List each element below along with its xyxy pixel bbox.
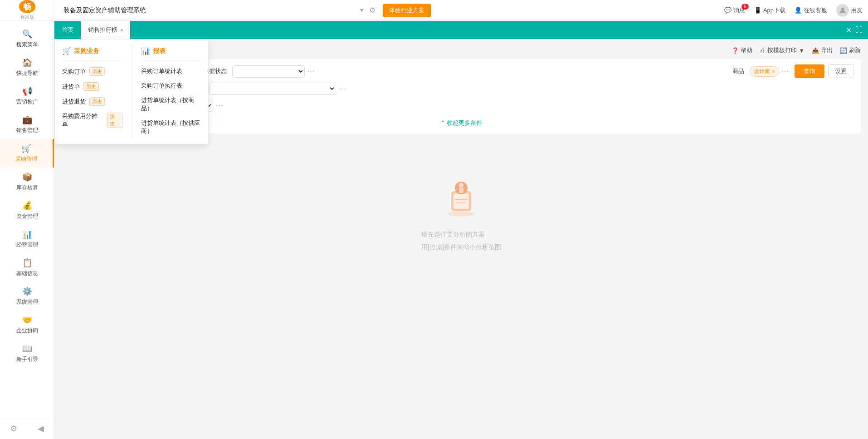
tab-sales-rank[interactable]: 销售排行榜 ×	[81, 21, 130, 39]
expense-hist[interactable]: 历史	[107, 113, 122, 128]
sidebar-item-quicknav[interactable]: 🏠 快捷导航	[0, 53, 54, 82]
help-icon: ❓	[731, 47, 739, 54]
user-area[interactable]: 用友	[836, 4, 863, 17]
receipt-hist[interactable]: 历史	[83, 82, 99, 91]
dropdown-item-receipt-by-supplier[interactable]: 进货单统计表（按供应商）	[141, 116, 201, 138]
tab-bar-actions: ✕ ⛶	[846, 26, 868, 35]
sidebar-item-inventory[interactable]: 📦 库存核算	[0, 168, 54, 196]
report-col-icon: 📊	[141, 47, 150, 55]
tab-expand-icon[interactable]: ⛶	[855, 26, 863, 34]
salesman-select-group: ···	[209, 83, 853, 95]
dropdown-item-purchase-order[interactable]: 采购订单 历史	[62, 64, 122, 79]
collapse-up-icon: ⌃	[440, 119, 445, 126]
sidebar-label-basicinfo: 基础信息	[16, 270, 38, 277]
system-title: 装备及固定资产辅助管理系统	[63, 6, 357, 15]
system-icon: ⚙️	[22, 286, 32, 296]
report-col-title-text: 报表	[153, 47, 166, 55]
app-download-btn[interactable]: 📱 App下载	[754, 6, 785, 15]
sidebar-label-operations: 经营管理	[16, 241, 38, 249]
tab-close-icon[interactable]: ×	[120, 27, 123, 33]
tab-home[interactable]: 首页	[54, 21, 81, 39]
dropdown-item-purchase-stats[interactable]: 采购订单统计表	[141, 64, 201, 79]
home-icon: 🏠	[22, 58, 32, 68]
dropdown-item-expense[interactable]: 采购费用分摊单 历史	[62, 109, 122, 132]
dropdown-columns: 🛒 采购业务 采购订单 历史 进货单 历史 进货退货 历史 采购费用分摊单 历史	[55, 45, 208, 138]
goods-tag-close[interactable]: ×	[772, 69, 775, 74]
sidebar-label-guide: 新手引导	[16, 355, 38, 363]
settings-gear-icon[interactable]: ⚙	[369, 6, 375, 15]
dropdown-item-purchase-exec[interactable]: 采购订单执行表	[141, 79, 201, 93]
sidebar-label-collab: 企业协同	[16, 327, 38, 335]
purchase-icon: 🛒	[21, 143, 31, 153]
refresh-link[interactable]: 🔄 刷新	[840, 46, 861, 54]
empty-text: 请先选择要分析的方案 用[过滤]条件来缩小分析范围	[421, 228, 501, 253]
sidebar-label-system: 系统管理	[16, 298, 38, 306]
message-badge: 6	[741, 4, 749, 10]
sidebar-label-finance: 资金管理	[16, 212, 38, 220]
sidebar-item-guide[interactable]: 📖 新手引导	[0, 339, 54, 368]
sidebar-label-quicknav: 快捷导航	[16, 69, 38, 77]
trial-btn[interactable]: 体验行业方案	[383, 4, 431, 17]
search-icon: 🔍	[22, 29, 32, 39]
expense-label: 采购费用分摊单	[62, 112, 103, 128]
export-label: 导出	[821, 46, 833, 54]
service-icon: 👤	[795, 7, 802, 14]
goods-tag: 设计素 ×	[750, 66, 779, 77]
sidebar-label-search: 搜索菜单	[16, 41, 38, 49]
message-btn[interactable]: 💬 消息 6	[724, 6, 745, 15]
refresh-label: 刷新	[849, 46, 861, 54]
export-link[interactable]: 📤 导出	[812, 46, 833, 54]
svg-point-5	[459, 183, 463, 187]
logo-subtitle: 标准版	[20, 14, 34, 20]
query-button[interactable]: 查询	[795, 64, 824, 78]
avatar	[836, 4, 849, 17]
goods-tag-text: 设计素	[754, 68, 770, 75]
print-icon: 🖨	[760, 47, 766, 54]
phone-icon: 📱	[754, 7, 761, 14]
collapse-sidebar-icon[interactable]: ◀	[38, 424, 44, 434]
goods-filter-group: 设计素 × ···	[750, 66, 789, 77]
online-service-label: 在线客服	[804, 6, 827, 15]
goods-ellipsis[interactable]: ···	[782, 67, 789, 75]
setting-button[interactable]: 设置	[828, 64, 853, 78]
dropdown-item-return[interactable]: 进货退货 历史	[62, 94, 122, 109]
sidebar-label-sales: 销售管理	[16, 127, 38, 134]
purchase-col-title: 🛒 采购业务	[62, 45, 122, 60]
goods-label: 商品	[732, 67, 744, 75]
sidebar-item-purchase[interactable]: 🛒 采购管理	[0, 139, 54, 168]
empty-line2: 用[过滤]条件来缩小分析范围	[421, 241, 501, 253]
sidebar-item-marketing[interactable]: 📢 营销推广	[0, 82, 54, 110]
tab-home-label: 首页	[62, 26, 73, 34]
online-service-btn[interactable]: 👤 在线客服	[795, 6, 827, 15]
svg-rect-7	[455, 199, 468, 200]
sidebar-item-collab[interactable]: 🤝 企业协同	[0, 311, 54, 339]
print-template-link[interactable]: 🖨 按模板打印 ▼	[760, 46, 805, 54]
sidebar-item-search[interactable]: 🔍 搜索菜单	[0, 25, 54, 53]
purchase-order-hist[interactable]: 历史	[89, 67, 105, 76]
sidebar-label-purchase: 采购管理	[15, 155, 37, 163]
logo-icon: 畅	[19, 0, 35, 13]
salesman-ellipsis[interactable]: ···	[339, 85, 346, 93]
status-ellipsis[interactable]: ···	[307, 67, 315, 75]
sidebar-item-sales[interactable]: 💼 销售管理	[0, 110, 54, 139]
dropdown-item-receipt-by-goods[interactable]: 进货单统计表（按商品）	[141, 93, 201, 116]
help-link[interactable]: ❓ 帮助	[731, 46, 752, 54]
empty-illustration	[439, 175, 484, 221]
salesman-select[interactable]	[209, 83, 336, 95]
sidebar-item-finance[interactable]: 💰 资金管理	[0, 196, 54, 225]
system-title-dropdown-icon[interactable]: ▼	[359, 7, 365, 14]
tab-sales-rank-label: 销售排行榜	[88, 26, 117, 34]
finance-icon: 💰	[22, 201, 32, 211]
sidebar-item-basicinfo[interactable]: 📋 基础信息	[0, 253, 54, 282]
tab-close-window-icon[interactable]: ✕	[846, 26, 852, 35]
status-select[interactable]	[232, 65, 305, 78]
settings-bottom-icon[interactable]: ⚙	[10, 424, 17, 434]
dropdown-item-receipt[interactable]: 进货单 历史	[62, 79, 122, 94]
customer-ellipsis[interactable]: ···	[216, 102, 223, 110]
return-hist[interactable]: 历史	[89, 97, 105, 106]
sidebar-item-system[interactable]: ⚙️ 系统管理	[0, 282, 54, 311]
sidebar-item-operations[interactable]: 📊 经营管理	[0, 225, 54, 253]
svg-rect-6	[459, 187, 463, 193]
sidebar-bottom: ⚙ ◀	[0, 418, 54, 439]
purchase-col-icon: 🛒	[62, 47, 71, 55]
